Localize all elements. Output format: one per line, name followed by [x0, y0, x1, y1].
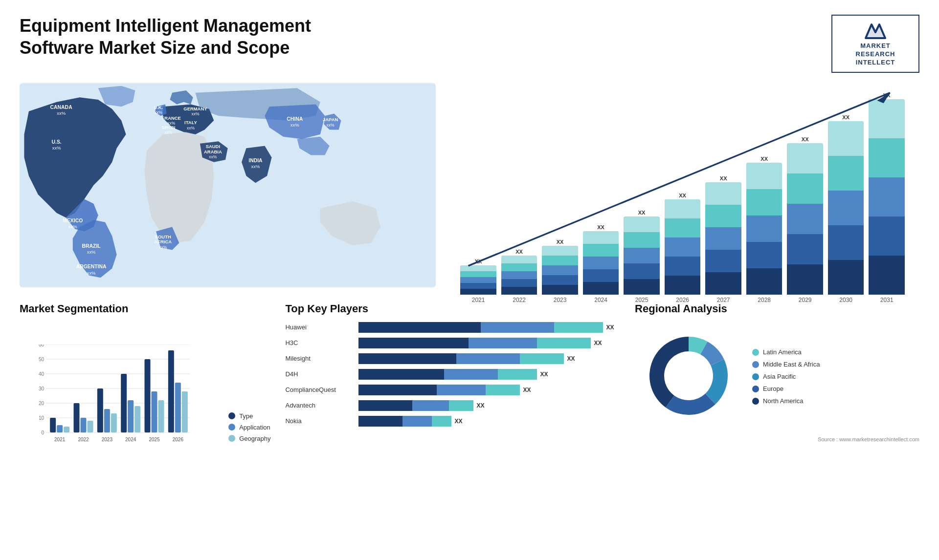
player-bar-segment: [412, 400, 449, 411]
source-text: Source : www.marketresearchintellect.com: [635, 436, 919, 442]
player-bar-segment: [358, 369, 444, 380]
svg-text:60: 60: [39, 345, 45, 347]
svg-text:xx%: xx%: [68, 224, 77, 229]
bar-year-label: 2023: [542, 297, 578, 303]
svg-rect-69: [158, 400, 164, 432]
svg-text:2025: 2025: [149, 437, 160, 442]
player-bar: XX: [358, 400, 620, 411]
regional-legend: Latin AmericaMiddle East & AfricaAsia Pa…: [752, 348, 820, 405]
seg-legend-item: Application: [228, 424, 270, 431]
player-bar: XX: [358, 369, 620, 380]
svg-text:U.K.: U.K.: [154, 105, 163, 110]
legend-dot: [228, 424, 235, 431]
segmentation-box: Market Segmentation 01020304050602021202…: [20, 302, 270, 442]
bar-stack: [542, 246, 578, 295]
legend-label: Type: [239, 412, 253, 420]
bar-year-label: 2031: [869, 297, 905, 303]
player-value: XX: [476, 402, 484, 409]
seg-legend: TypeApplicationGeography: [228, 412, 270, 442]
logo: MARKET RESEARCH INTELLECT: [831, 15, 919, 73]
logo-icon: [863, 21, 888, 40]
player-row: NokiaXX: [285, 416, 620, 427]
regional-legend-item: Middle East & Africa: [752, 361, 820, 368]
player-row: HuaweiXX: [285, 322, 620, 333]
bar-year-label: 2024: [583, 297, 619, 303]
svg-text:GERMANY: GERMANY: [183, 106, 207, 111]
regional-legend-item: Asia Pacific: [752, 373, 820, 380]
legend-dot: [228, 435, 235, 442]
map-container: CANADA xx% U.S. xx% MEXICO xx% BRAZIL xx…: [20, 83, 436, 288]
player-bar-segment: [358, 385, 437, 395]
donut-wrap: [635, 322, 742, 431]
player-bar-segment: [358, 353, 456, 364]
player-name: Huawei: [285, 323, 354, 331]
bar-year-label: 2021: [460, 297, 496, 303]
regional-legend-label: Middle East & Africa: [763, 361, 820, 368]
svg-rect-55: [74, 403, 80, 432]
bar-year-label: 2027: [705, 297, 741, 303]
player-row: MilesightXX: [285, 353, 620, 364]
bar-stack: [705, 182, 741, 295]
player-name: H3C: [285, 339, 354, 346]
svg-rect-53: [64, 427, 69, 432]
player-bar-segment: [456, 353, 520, 364]
regional-box: Regional Analysis Latin AmericaMiddle Ea…: [635, 302, 919, 442]
player-name: Milesight: [285, 355, 354, 362]
svg-text:2024: 2024: [125, 437, 136, 442]
regional-legend-label: Asia Pacific: [763, 373, 796, 380]
svg-rect-72: [175, 383, 181, 432]
player-bar-segment: [469, 338, 537, 348]
player-bar-segment: [402, 416, 432, 427]
svg-text:40: 40: [39, 371, 45, 377]
bar-year-label: 2029: [787, 297, 823, 303]
bar-value-label: XX: [515, 249, 523, 255]
donut-row: Latin AmericaMiddle East & AfricaAsia Pa…: [635, 322, 919, 431]
svg-text:0: 0: [41, 430, 44, 435]
bar-stack: [501, 256, 537, 295]
donut-svg: [635, 322, 742, 430]
svg-text:CANADA: CANADA: [50, 105, 73, 110]
bar-value-label: XX: [679, 193, 686, 198]
bar-column: XX: [460, 258, 496, 295]
regional-legend-dot: [752, 398, 759, 405]
legend-dot: [228, 412, 235, 419]
player-bar-segment: [481, 322, 554, 333]
bar-stack: [624, 216, 660, 295]
bar-stack: [665, 199, 701, 295]
player-bar-segment: [437, 385, 486, 395]
bar-year-label: 2025: [624, 297, 660, 303]
svg-text:ARABIA: ARABIA: [204, 149, 222, 154]
svg-rect-61: [111, 413, 117, 432]
svg-text:xx%: xx%: [251, 164, 260, 169]
player-bar-segment: [520, 353, 564, 364]
player-row: AdvantechXX: [285, 400, 620, 411]
player-bar-segment: [537, 338, 591, 348]
svg-text:2026: 2026: [173, 437, 184, 442]
player-name: ComplianceQuest: [285, 386, 354, 393]
bar-stack: [787, 143, 823, 295]
regional-legend-dot: [752, 386, 759, 392]
player-bar-segment: [358, 400, 412, 411]
seg-svg: 0102030405060202120222023202420252026: [33, 345, 190, 447]
bar-stack: [746, 163, 782, 295]
bar-stack: [828, 121, 864, 295]
player-bar-segment: [358, 338, 469, 348]
bar-column: XX: [542, 239, 578, 295]
seg-legend-item: Geography: [228, 435, 270, 442]
legend-label: Application: [239, 424, 270, 431]
svg-text:SOUTH: SOUTH: [155, 234, 171, 239]
svg-text:xx%: xx%: [191, 111, 200, 116]
bar-column: XX: [705, 175, 741, 295]
svg-rect-63: [121, 374, 127, 432]
svg-text:10: 10: [39, 415, 45, 421]
page-title: Equipment Intelligent Management Softwar…: [20, 15, 362, 59]
player-value: XX: [606, 324, 614, 331]
bar-year-label: 2028: [746, 297, 782, 303]
svg-rect-68: [152, 391, 157, 432]
bar-year-label: 2022: [501, 297, 537, 303]
svg-text:xx%: xx%: [291, 122, 299, 128]
player-value: XX: [567, 355, 575, 362]
segmentation-title: Market Segmentation: [20, 302, 270, 315]
player-row: D4HXX: [285, 369, 620, 380]
logo-text: MARKET RESEARCH INTELLECT: [856, 42, 895, 67]
